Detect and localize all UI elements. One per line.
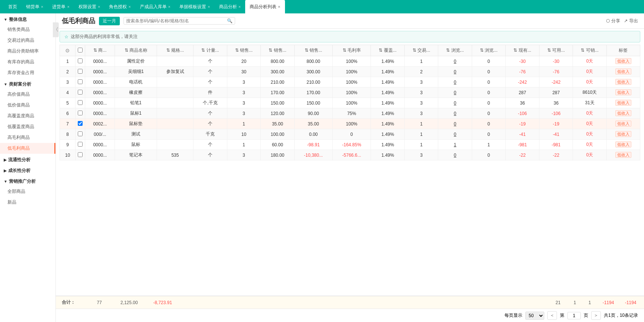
close-icon[interactable]: ×	[98, 4, 100, 9]
page-number-input[interactable]	[567, 312, 581, 319]
row-checkbox-cell[interactable]	[76, 67, 85, 77]
sku-code-column-header[interactable]: ⇅ 商...	[85, 45, 115, 56]
views1-column-header[interactable]: ⇅ 浏览...	[438, 45, 472, 56]
close-icon[interactable]: ×	[67, 4, 69, 9]
search-box[interactable]: 🔍	[124, 17, 235, 25]
current-stock-column-header[interactable]: ⇅ 现有...	[506, 45, 539, 56]
spec-cell	[157, 119, 193, 129]
sidebar-item-new-products[interactable]: 新品	[0, 197, 55, 208]
row-checkbox-cell[interactable]	[76, 129, 85, 140]
transactions-column-header[interactable]: ⇅ 交易...	[404, 45, 438, 56]
spec-column-header[interactable]: ⇅ 规格...	[157, 45, 193, 56]
sidebar-group-wealth[interactable]: ▼ 类财富分析	[0, 78, 55, 89]
export-button[interactable]: ↗ 导出	[624, 18, 638, 24]
sidebar-item-stock-capital[interactable]: 库存资金占用	[0, 67, 55, 78]
views1-cell[interactable]: 0	[438, 87, 472, 98]
views1-cell[interactable]: 0	[438, 119, 472, 129]
nav-home[interactable]: 首页	[4, 0, 22, 13]
sidebar-item-low-value[interactable]: 低价值商品	[0, 100, 55, 111]
data-table-wrapper[interactable]: ⚙ ⇅ 商... ⇅ 商品名称 ⇅ 规格...	[56, 45, 644, 296]
row-checkbox-cell[interactable]	[76, 140, 85, 150]
sidebar-item-sales-products[interactable]: 销售类商品	[0, 24, 55, 35]
row-checkbox[interactable]	[78, 121, 83, 126]
nav-product-analysis[interactable]: 商品分析 ×	[215, 0, 245, 13]
sidebar-item-high-margin[interactable]: 高毛利商品	[0, 132, 55, 143]
prev-page-button[interactable]: ＜	[547, 311, 557, 320]
sales-qty-column-header[interactable]: ⇅ 销售...	[227, 45, 261, 56]
close-icon[interactable]: ×	[208, 4, 210, 9]
row-checkbox[interactable]	[78, 100, 83, 105]
filter-button[interactable]: 近一月	[99, 17, 120, 25]
spec-cell	[157, 108, 193, 119]
sidebar-item-low-margin[interactable]: 低毛利商品	[0, 143, 55, 154]
row-checkbox[interactable]	[78, 142, 83, 147]
close-icon[interactable]: ×	[128, 4, 131, 9]
sidebar-item-high-value[interactable]: 高价值商品	[0, 89, 55, 100]
row-checkbox-cell[interactable]	[76, 77, 85, 87]
share-button[interactable]: ⬡ 分享	[606, 18, 620, 24]
close-icon[interactable]: ×	[168, 4, 170, 9]
row-checkbox-cell[interactable]	[76, 98, 85, 108]
views1-cell[interactable]: 0	[438, 108, 472, 119]
row-checkbox[interactable]	[78, 90, 83, 95]
views1-cell[interactable]: 1	[438, 140, 472, 150]
sellable-column-header[interactable]: ⇅ 可销...	[573, 45, 607, 56]
nav-permission-settings[interactable]: 权限设置 ×	[74, 0, 105, 13]
views1-cell[interactable]: 0	[438, 67, 472, 77]
nav-sales-order[interactable]: 销货单 ×	[22, 0, 48, 13]
search-input[interactable]	[126, 18, 227, 23]
product-name-column-header[interactable]: ⇅ 商品名称	[115, 45, 157, 56]
search-icon[interactable]: 🔍	[227, 18, 233, 23]
row-checkbox[interactable]	[78, 58, 83, 63]
views1-cell[interactable]: 0	[438, 77, 472, 87]
nav-purchase-order[interactable]: 进货单 ×	[48, 0, 74, 13]
tag-column-header[interactable]: 标签	[606, 45, 640, 56]
total-sales-price: 2,125.00	[116, 300, 142, 305]
row-checkbox[interactable]	[78, 79, 83, 84]
sidebar-collapse-button[interactable]: 《	[53, 22, 59, 37]
sidebar-group-marketing[interactable]: ▼ 营销推广分析	[0, 175, 55, 186]
row-checkbox-cell[interactable]	[76, 56, 85, 67]
coverage-column-header[interactable]: ⇅ 覆盖...	[371, 45, 405, 56]
row-checkbox[interactable]	[78, 111, 83, 115]
nav-product-analysis-list[interactable]: 商品分析列表 ×	[245, 0, 285, 13]
nav-role-auth[interactable]: 角色授权 ×	[105, 0, 135, 13]
row-checkbox-cell[interactable]	[76, 119, 85, 129]
views1-cell[interactable]: 0	[438, 150, 472, 160]
row-checkbox[interactable]	[78, 152, 83, 157]
row-checkbox-cell[interactable]	[76, 150, 85, 160]
views2-column-header[interactable]: ⇅ 浏览...	[472, 45, 506, 56]
sidebar-item-category-rate[interactable]: 商品分类助销率	[0, 46, 55, 57]
unit-column-header[interactable]: ⇅ 计量...	[193, 45, 227, 56]
checkbox-column-header[interactable]	[76, 45, 85, 56]
row-checkbox[interactable]	[78, 131, 83, 136]
settings-icon[interactable]: ⚙	[65, 48, 70, 54]
close-icon[interactable]: ×	[41, 4, 43, 9]
sidebar-group-growth[interactable]: ▶ 成长性分析	[0, 165, 55, 175]
sidebar-group-liquidity[interactable]: ▶ 流通性分析	[0, 154, 55, 165]
close-icon[interactable]: ×	[238, 4, 241, 9]
available-column-header[interactable]: ⇅ 可用...	[539, 45, 573, 56]
sales-amount-column-header[interactable]: ⇅ 销售...	[294, 45, 332, 56]
sidebar-item-all-products[interactable]: 全部商品	[0, 186, 55, 197]
close-icon[interactable]: ×	[278, 4, 280, 9]
settings-column-header[interactable]: ⚙	[60, 45, 76, 56]
next-page-button[interactable]: ＞	[591, 311, 601, 320]
row-checkbox[interactable]	[78, 69, 83, 74]
views1-cell[interactable]: 0	[438, 98, 472, 108]
sales-price-column-header[interactable]: ⇅ 销售...	[261, 45, 295, 56]
sidebar-item-traded-products[interactable]: 交易过的商品	[0, 35, 55, 46]
gross-margin-column-header[interactable]: ⇅ 毛利率	[333, 45, 371, 56]
sidebar-item-low-coverage[interactable]: 低覆盖度商品	[0, 121, 55, 132]
row-checkbox-cell[interactable]	[76, 108, 85, 119]
sidebar-item-high-coverage[interactable]: 高覆盖度商品	[0, 111, 55, 121]
nav-product-inbound[interactable]: 产成品入库单 ×	[135, 0, 175, 13]
per-page-select[interactable]: 50 10 20 100	[525, 312, 544, 320]
row-checkbox-cell[interactable]	[76, 87, 85, 98]
nav-template-settings[interactable]: 单据模板设置 ×	[175, 0, 214, 13]
sidebar-item-stocked-products[interactable]: 有库存的商品	[0, 57, 55, 67]
select-all-checkbox[interactable]	[78, 48, 83, 52]
views1-cell[interactable]: 0	[438, 129, 472, 140]
views1-cell[interactable]: 0	[438, 56, 472, 67]
sidebar-group-overall[interactable]: ▼ 整体信息	[0, 13, 55, 24]
